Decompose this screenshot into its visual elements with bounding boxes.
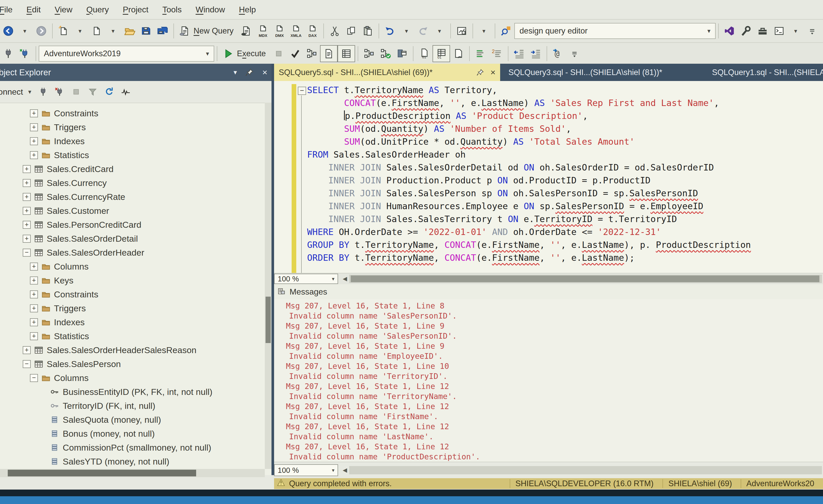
gi-server-button[interactable]: [394, 45, 410, 62]
query-designer-button[interactable]: [454, 22, 470, 40]
tree-item-territoryid[interactable]: TerritoryID (FK, int, null): [0, 399, 265, 413]
document-tab-3[interactable]: SQLQuery1.sql - SHI...(SHIELA\: [704, 64, 823, 81]
tree-item-indexes[interactable]: +Indexes: [0, 315, 265, 329]
plug-gray-button[interactable]: [35, 83, 51, 100]
tree-item-sales.currencyrate[interactable]: +Sales.CurrencyRate: [0, 190, 265, 204]
collapse-icon[interactable]: −: [30, 374, 38, 382]
scroll-left-icon[interactable]: ◀: [343, 275, 347, 282]
editor-zoom-select[interactable]: 100 % ▾: [274, 274, 338, 284]
query-doc-button[interactable]: DMX: [271, 22, 288, 40]
menu-item-view[interactable]: View: [48, 5, 79, 14]
gi-grid-lines-button[interactable]: [338, 45, 355, 62]
tree-item-sales.currency[interactable]: +Sales.Currency: [0, 176, 265, 190]
tree-item-triggers[interactable]: +Triggers: [0, 120, 265, 134]
object-explorer-vscrollbar[interactable]: [265, 103, 272, 469]
wrench-button[interactable]: [738, 22, 754, 40]
new-query-label[interactable]: New Query: [193, 26, 233, 36]
blank-doc-button[interactable]: [88, 22, 105, 40]
indent-right-button[interactable]: [527, 45, 544, 62]
panel-splitter[interactable]: [272, 64, 274, 475]
dropdown-caret-button[interactable]: ▾: [431, 22, 448, 40]
gi-diagram-check-button[interactable]: [377, 45, 394, 62]
expand-icon[interactable]: +: [30, 318, 38, 326]
back-circle-button[interactable]: [0, 22, 16, 40]
expand-icon[interactable]: +: [30, 123, 38, 131]
stop-gray-button[interactable]: [271, 45, 287, 62]
tree-item-sales.salesorderheadersalesreason[interactable]: +Sales.SalesOrderHeaderSalesReason: [0, 343, 265, 357]
cut-button[interactable]: [326, 22, 343, 40]
paste-button[interactable]: [359, 22, 376, 40]
expand-icon[interactable]: +: [23, 165, 31, 173]
gi-diagram-button[interactable]: [361, 45, 377, 62]
menu-item-edit[interactable]: Edit: [20, 5, 48, 14]
object-explorer-hscrollbar[interactable]: [0, 469, 265, 477]
connect-button[interactable]: Connect ▾: [0, 87, 35, 97]
expand-icon[interactable]: +: [23, 346, 31, 354]
refresh-button[interactable]: [101, 83, 118, 100]
plug-change-button[interactable]: [16, 45, 33, 62]
stop-disabled-button[interactable]: [68, 83, 85, 100]
tree-item-commissionpct[interactable]: CommissionPct (smallmoney, not null): [0, 441, 265, 455]
messages-hscrollbar[interactable]: [349, 466, 822, 474]
pin-icon[interactable]: [245, 68, 254, 77]
at-arrow-button[interactable]: @: [550, 45, 566, 62]
messages-zoom-select[interactable]: 100 % ▾: [274, 464, 338, 476]
collapse-icon[interactable]: −: [23, 360, 31, 368]
console-button[interactable]: [771, 22, 787, 40]
forward-circle-button[interactable]: [33, 22, 49, 40]
gi-doc01-button[interactable]: 01: [416, 45, 433, 62]
editor-hscrollbar[interactable]: [349, 275, 822, 283]
expand-icon[interactable]: +: [23, 193, 31, 201]
expand-icon[interactable]: +: [30, 263, 38, 271]
menu-item-file[interactable]: File: [0, 5, 20, 14]
gi-diagram-button[interactable]: [304, 45, 320, 62]
save-button[interactable]: [138, 22, 154, 40]
open-folder-button[interactable]: [121, 22, 138, 40]
tree-item-constraints[interactable]: +Constraints: [0, 106, 265, 120]
dropdown-caret-button[interactable]: ▾: [476, 22, 492, 40]
expand-icon[interactable]: +: [30, 109, 38, 117]
execute-label[interactable]: Execute: [237, 49, 266, 58]
expand-icon[interactable]: +: [30, 304, 38, 312]
vs-logo-button[interactable]: [721, 22, 738, 40]
dropdown-caret-button[interactable]: ▾: [16, 22, 33, 40]
undo-button[interactable]: [382, 22, 398, 40]
expand-icon[interactable]: +: [30, 290, 38, 298]
close-icon[interactable]: ×: [490, 67, 495, 77]
tree-item-salesytd[interactable]: SalesYTD (money, not null): [0, 455, 265, 468]
expand-icon[interactable]: +: [30, 276, 38, 284]
tree-item-sales.salesperson[interactable]: −Sales.SalesPerson: [0, 357, 265, 371]
gi-lines2-button[interactable]: 2: [489, 45, 505, 62]
overflow-button[interactable]: [566, 45, 583, 62]
quick-launch-search-input[interactable]: design query editor▾: [514, 23, 716, 39]
tree-item-salesquota[interactable]: SalesQuota (money, null): [0, 413, 265, 427]
gi-lines-green-button[interactable]: [472, 45, 489, 62]
messages-tab[interactable]: Messages: [274, 284, 823, 299]
document-tab-2[interactable]: SQLQuery3.sql - SHI...(SHIELA\shiel (81)…: [500, 64, 670, 81]
new-query-doc-button[interactable]: [176, 22, 193, 40]
expand-icon[interactable]: +: [23, 179, 31, 187]
overflow-button[interactable]: [804, 22, 820, 40]
save-all-button[interactable]: [154, 22, 171, 40]
indent-left-button[interactable]: [511, 45, 527, 62]
parse-check-button[interactable]: [287, 45, 304, 62]
query-doc-button[interactable]: DAX: [304, 22, 321, 40]
menu-item-query[interactable]: Query: [79, 5, 116, 14]
tree-item-bonus[interactable]: Bonus (money, not null): [0, 427, 265, 441]
menu-item-help[interactable]: Help: [232, 5, 263, 14]
code-text[interactable]: SELECT t.TerritoryName AS Territory, CON…: [307, 83, 822, 264]
plug-gray-button[interactable]: [0, 45, 16, 62]
tree-item-sales.salesorderheader[interactable]: −Sales.SalesOrderHeader: [0, 246, 265, 259]
menu-item-project[interactable]: Project: [116, 5, 156, 14]
activity-button[interactable]: [118, 83, 134, 100]
tree-item-businessentityid[interactable]: BusinessEntityID (PK, FK, int, not null): [0, 385, 265, 399]
menu-item-tools[interactable]: Tools: [155, 5, 189, 14]
tree-item-statistics[interactable]: +Statistics: [0, 329, 265, 343]
expand-icon[interactable]: +: [30, 332, 38, 340]
collapse-icon[interactable]: −: [23, 249, 31, 257]
tree-item-columns[interactable]: +Columns: [0, 259, 265, 273]
document-tab-1[interactable]: SQLQuery5.sql - SHI...(SHIELA\shiel (69)…: [274, 64, 500, 81]
dropdown-caret-button[interactable]: ▾: [398, 22, 415, 40]
menu-item-window[interactable]: Window: [189, 5, 232, 14]
query-doc-button[interactable]: XMLA: [288, 22, 304, 40]
